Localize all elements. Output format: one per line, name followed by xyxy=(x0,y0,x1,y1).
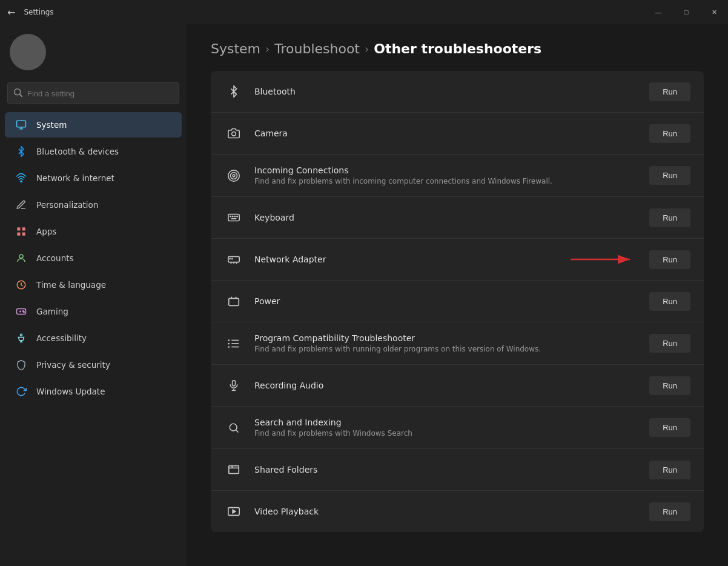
row-incoming-title: Incoming Connections xyxy=(254,165,637,175)
row-camera-text: Camera xyxy=(254,128,637,138)
breadcrumb-system[interactable]: System xyxy=(211,41,260,56)
sidebar-item-gaming[interactable]: Gaming xyxy=(5,299,182,324)
sidebar-label-apps: Apps xyxy=(36,227,56,236)
row-recording-audio-text: Recording Audio xyxy=(254,381,637,390)
incoming-run-button[interactable]: Run xyxy=(649,166,690,185)
row-power-text: Power xyxy=(254,296,637,306)
row-video-playback-text: Video Playback xyxy=(254,507,637,516)
breadcrumb: System › Troubleshoot › Other troublesho… xyxy=(211,24,704,71)
sidebar-item-privacy[interactable]: Privacy & security xyxy=(5,352,182,378)
svg-point-6 xyxy=(19,255,23,258)
recording-audio-row-icon xyxy=(224,376,243,395)
video-playback-row-icon xyxy=(224,502,243,521)
search-icon xyxy=(14,88,22,99)
camera-row-icon xyxy=(224,124,243,143)
row-bluetooth-text: Bluetooth xyxy=(254,87,637,96)
sidebar-item-update[interactable]: Windows Update xyxy=(5,379,182,404)
network-adapter-row-icon xyxy=(224,250,243,269)
power-row-icon xyxy=(224,291,243,311)
time-icon xyxy=(15,278,28,291)
camera-run-button[interactable]: Run xyxy=(649,124,690,143)
app-body: System Bluetooth & devices Network & int… xyxy=(0,24,728,566)
row-search-indexing: Search and Indexing Find and fix problem… xyxy=(211,407,704,449)
compat-row-icon xyxy=(224,334,243,353)
bluetooth-run-button[interactable]: Run xyxy=(649,82,690,101)
row-network-adapter-text: Network Adapter xyxy=(254,255,637,264)
network-adapter-run-button[interactable]: Run xyxy=(649,250,690,269)
svg-point-1 xyxy=(21,181,22,182)
shared-folders-run-button[interactable]: Run xyxy=(649,461,690,479)
row-keyboard: Keyboard Run xyxy=(211,197,704,239)
content-area: System › Troubleshoot › Other troublesho… xyxy=(187,24,728,566)
svg-point-17 xyxy=(228,170,239,181)
shared-folders-row-icon xyxy=(224,460,243,479)
sidebar-label-personalization: Personalization xyxy=(36,200,98,210)
titlebar-controls: — □ ✕ xyxy=(644,0,728,24)
maximize-button[interactable]: □ xyxy=(672,0,700,24)
row-program-compat-text: Program Compatibility Troubleshooter Fin… xyxy=(254,333,637,353)
sidebar-item-network[interactable]: Network & internet xyxy=(5,165,182,191)
program-compat-run-button[interactable]: Run xyxy=(649,334,690,353)
breadcrumb-sep1: › xyxy=(265,42,270,55)
sidebar-item-bluetooth[interactable]: Bluetooth & devices xyxy=(5,139,182,164)
row-search-indexing-text: Search and Indexing Find and fix problem… xyxy=(254,418,637,438)
svg-point-18 xyxy=(231,172,237,179)
video-playback-run-button[interactable]: Run xyxy=(649,502,690,521)
row-search-indexing-desc: Find and fix problems with Windows Searc… xyxy=(254,429,637,438)
recording-audio-run-button[interactable]: Run xyxy=(649,376,690,395)
row-incoming: Incoming Connections Find and fix proble… xyxy=(211,155,704,197)
minimize-button[interactable]: — xyxy=(644,0,672,24)
accounts-icon xyxy=(15,251,28,265)
search-indexing-run-button[interactable]: Run xyxy=(649,418,690,437)
search-box[interactable] xyxy=(7,82,179,104)
sidebar-label-network: Network & internet xyxy=(36,173,114,183)
update-icon xyxy=(15,385,28,398)
row-bluetooth-title: Bluetooth xyxy=(254,87,637,96)
row-power-title: Power xyxy=(254,296,637,306)
row-keyboard-text: Keyboard xyxy=(254,213,637,222)
row-program-compat: Program Compatibility Troubleshooter Fin… xyxy=(211,322,704,365)
sidebar-label-bluetooth: Bluetooth & devices xyxy=(36,147,119,156)
sidebar-item-system[interactable]: System xyxy=(5,112,182,138)
row-video-playback-title: Video Playback xyxy=(254,507,637,516)
keyboard-run-button[interactable]: Run xyxy=(649,208,690,227)
keyboard-row-icon xyxy=(224,208,243,227)
breadcrumb-sep2: › xyxy=(365,42,369,55)
sidebar-label-accessibility: Accessibility xyxy=(36,333,87,343)
row-camera-title: Camera xyxy=(254,128,637,138)
row-program-compat-desc: Find and fix problems with running older… xyxy=(254,345,637,353)
power-run-button[interactable]: Run xyxy=(649,292,690,311)
svg-line-46 xyxy=(236,430,239,432)
svg-rect-33 xyxy=(229,298,239,305)
sidebar-label-gaming: Gaming xyxy=(36,307,68,316)
row-shared-folders-text: Shared Folders xyxy=(254,465,637,474)
svg-rect-47 xyxy=(229,466,239,474)
network-sidebar-icon xyxy=(15,171,28,185)
row-search-indexing-title: Search and Indexing xyxy=(254,418,637,427)
row-shared-folders: Shared Folders Run xyxy=(211,449,704,491)
row-power: Power Run xyxy=(211,281,704,322)
search-input[interactable] xyxy=(27,89,173,98)
search-indexing-row-icon xyxy=(224,418,243,438)
svg-rect-42 xyxy=(233,381,236,386)
svg-point-16 xyxy=(232,132,236,136)
system-icon xyxy=(15,118,28,132)
sidebar-item-personalization[interactable]: Personalization xyxy=(5,192,182,218)
row-program-compat-title: Program Compatibility Troubleshooter xyxy=(254,333,637,343)
close-button[interactable]: ✕ xyxy=(700,0,728,24)
row-video-playback: Video Playback Run xyxy=(211,491,704,532)
svg-point-12 xyxy=(24,311,25,313)
titlebar-title: Settings xyxy=(24,8,53,16)
row-keyboard-title: Keyboard xyxy=(254,213,637,222)
sidebar-item-time[interactable]: Time & language xyxy=(5,272,182,298)
breadcrumb-troubleshoot[interactable]: Troubleshoot xyxy=(274,41,360,56)
sidebar-item-apps[interactable]: Apps xyxy=(5,219,182,244)
sidebar-item-accounts[interactable]: Accounts xyxy=(5,245,182,271)
avatar xyxy=(10,34,46,70)
row-incoming-desc: Find and fix problems with incoming comp… xyxy=(254,177,637,185)
svg-marker-51 xyxy=(233,510,236,513)
sidebar-item-accessibility[interactable]: Accessibility xyxy=(5,325,182,351)
sidebar-label-time: Time & language xyxy=(36,280,106,290)
svg-point-13 xyxy=(21,334,22,336)
back-icon[interactable]: ← xyxy=(7,7,15,18)
